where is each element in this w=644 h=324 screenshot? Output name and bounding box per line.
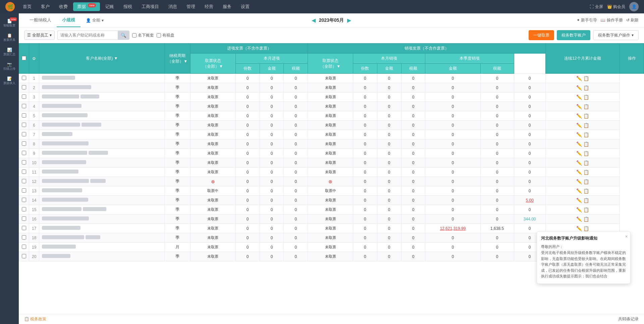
copy-icon[interactable]: 📋 bbox=[583, 188, 589, 194]
search-input[interactable] bbox=[57, 30, 118, 40]
one-click-btn[interactable]: 一键取票 bbox=[529, 30, 554, 40]
sidebar-item-open-invoice[interactable]: 📋 发票开具 bbox=[0, 30, 19, 45]
row-select[interactable] bbox=[22, 198, 26, 202]
tax-checkbox[interactable] bbox=[157, 33, 161, 38]
copy-icon[interactable]: 📋 bbox=[583, 170, 589, 175]
nav-service[interactable]: 服务 bbox=[219, 2, 235, 11]
copy-icon[interactable]: 📋 bbox=[583, 132, 589, 137]
edit-icon[interactable]: ✏️ bbox=[576, 85, 582, 90]
tax-account-btn[interactable]: 税务数字账户 bbox=[557, 30, 590, 40]
copy-icon[interactable]: 📋 bbox=[583, 198, 589, 203]
copy-icon[interactable]: 📋 bbox=[583, 85, 589, 90]
row-select[interactable] bbox=[22, 76, 26, 80]
edit-icon[interactable]: ✏️ bbox=[576, 76, 582, 81]
tab-small-scale[interactable]: 小规模 bbox=[57, 14, 80, 27]
user-avatar[interactable]: 👤 bbox=[629, 2, 639, 11]
edit-icon[interactable]: ✏️ bbox=[576, 123, 582, 128]
edit-icon[interactable]: ✏️ bbox=[576, 170, 582, 175]
nav-message[interactable]: 消息 bbox=[164, 2, 181, 11]
row-select[interactable] bbox=[22, 216, 26, 221]
sidebar-item-scan[interactable]: 📷 扫描上传 bbox=[0, 59, 19, 74]
row-select[interactable] bbox=[22, 151, 26, 155]
row-select[interactable] bbox=[22, 123, 26, 127]
edit-icon[interactable]: ✏️ bbox=[576, 226, 582, 231]
edit-icon[interactable]: ✏️ bbox=[576, 94, 582, 100]
row-select[interactable] bbox=[22, 226, 26, 230]
row-out-status: 未取票 bbox=[308, 92, 353, 102]
row-select[interactable] bbox=[22, 207, 26, 211]
edit-icon[interactable]: ✏️ bbox=[576, 132, 582, 137]
edit-icon[interactable]: ✏️ bbox=[576, 104, 582, 109]
sidebar-item-summary[interactable]: 📊 票据汇总 bbox=[0, 45, 19, 59]
prev-month-btn[interactable]: ◀ bbox=[312, 17, 316, 23]
row-select[interactable] bbox=[22, 179, 26, 183]
tax-operation-btn[interactable]: 税务数字账户操作 ▾ bbox=[593, 30, 639, 40]
nav-manage[interactable]: 管理 bbox=[182, 2, 199, 11]
refresh-btn[interactable]: ↺ 刷新 bbox=[626, 17, 639, 23]
row-out-count: 0 bbox=[353, 196, 377, 205]
manual-btn[interactable]: 📖 操作手册 bbox=[600, 17, 623, 23]
row-select[interactable] bbox=[22, 113, 26, 118]
row-select[interactable] bbox=[22, 141, 26, 146]
new-guide-btn[interactable]: ✦ 新手引导 bbox=[577, 17, 597, 23]
nav-billing[interactable]: 收费 bbox=[55, 2, 72, 11]
nav-customer[interactable]: 客户 bbox=[37, 2, 54, 11]
member-btn[interactable]: 👑 购会员 bbox=[607, 4, 625, 10]
employee-filter[interactable]: ☰ 全部员工 ▾ bbox=[24, 30, 55, 40]
row-out-amount: 0 bbox=[377, 158, 401, 168]
tax-checkbox-label[interactable]: 有税盘 bbox=[157, 33, 174, 38]
sidebar-item-smart-ticket[interactable]: 📄 智能取票 new bbox=[0, 16, 19, 30]
nav-business[interactable]: 工商项目 bbox=[138, 2, 163, 11]
account-checkbox-label[interactable]: 名下账套 bbox=[132, 33, 154, 38]
select-all-checkbox[interactable] bbox=[22, 56, 26, 60]
copy-icon[interactable]: 📋 bbox=[583, 160, 589, 166]
nav-accounting[interactable]: 记账 bbox=[101, 2, 118, 11]
search-button[interactable]: 🔍 bbox=[118, 30, 129, 40]
top-navigation: 🌿 首页 客户 收费 票据 new 记账 报税 工商项目 消息 管理 经营 服务… bbox=[0, 0, 644, 13]
tax-policy-link[interactable]: 📋 税务政策 bbox=[24, 316, 46, 322]
account-checkbox[interactable] bbox=[132, 33, 137, 38]
nav-invoice[interactable]: 票据 new bbox=[73, 2, 100, 11]
row-select[interactable] bbox=[22, 85, 26, 89]
status-tag: 未取票 bbox=[207, 95, 218, 99]
notification-close[interactable]: × bbox=[625, 234, 628, 239]
row-select[interactable] bbox=[22, 170, 26, 174]
edit-icon[interactable]: ✏️ bbox=[576, 160, 582, 166]
nav-home[interactable]: 首页 bbox=[19, 2, 36, 11]
sidebar-item-record[interactable]: 📝 票据录入 bbox=[0, 74, 19, 88]
copy-icon[interactable]: 📋 bbox=[583, 179, 589, 184]
edit-icon[interactable]: ✏️ bbox=[576, 198, 582, 203]
row-select[interactable] bbox=[22, 160, 26, 165]
edit-icon[interactable]: ✏️ bbox=[576, 216, 582, 222]
row-select[interactable] bbox=[22, 254, 26, 258]
copy-icon[interactable]: 📋 bbox=[583, 151, 589, 156]
edit-icon[interactable]: ✏️ bbox=[576, 179, 582, 184]
copy-icon[interactable]: 📋 bbox=[583, 123, 589, 128]
tab-all[interactable]: 👤 全能 ▾ bbox=[80, 14, 109, 27]
copy-icon[interactable]: 📋 bbox=[583, 226, 589, 231]
copy-icon[interactable]: 📋 bbox=[583, 94, 589, 100]
copy-icon[interactable]: 📋 bbox=[583, 113, 589, 119]
row-select[interactable] bbox=[22, 104, 26, 108]
row-select[interactable] bbox=[22, 132, 26, 136]
row-select[interactable] bbox=[22, 188, 26, 193]
edit-icon[interactable]: ✏️ bbox=[576, 141, 582, 147]
copy-icon[interactable]: 📋 bbox=[583, 104, 589, 109]
edit-icon[interactable]: ✏️ bbox=[576, 207, 582, 212]
nav-tax[interactable]: 报税 bbox=[119, 2, 136, 11]
row-select[interactable] bbox=[22, 235, 26, 240]
edit-icon[interactable]: ✏️ bbox=[576, 113, 582, 119]
nav-operation[interactable]: 经营 bbox=[201, 2, 217, 11]
next-month-btn[interactable]: ▶ bbox=[347, 17, 351, 23]
nav-settings[interactable]: 设置 bbox=[237, 2, 254, 11]
edit-icon[interactable]: ✏️ bbox=[576, 151, 582, 156]
copy-icon[interactable]: 📋 bbox=[583, 76, 589, 81]
fullscreen-btn[interactable]: ⛶ 全屏 bbox=[590, 4, 603, 10]
copy-icon[interactable]: 📋 bbox=[583, 207, 589, 212]
row-select[interactable] bbox=[22, 245, 26, 249]
copy-icon[interactable]: 📋 bbox=[583, 216, 589, 222]
copy-icon[interactable]: 📋 bbox=[583, 141, 589, 147]
tab-general[interactable]: 一般纳税人 bbox=[24, 14, 57, 27]
row-select[interactable] bbox=[22, 94, 26, 99]
edit-icon[interactable]: ✏️ bbox=[576, 188, 582, 194]
